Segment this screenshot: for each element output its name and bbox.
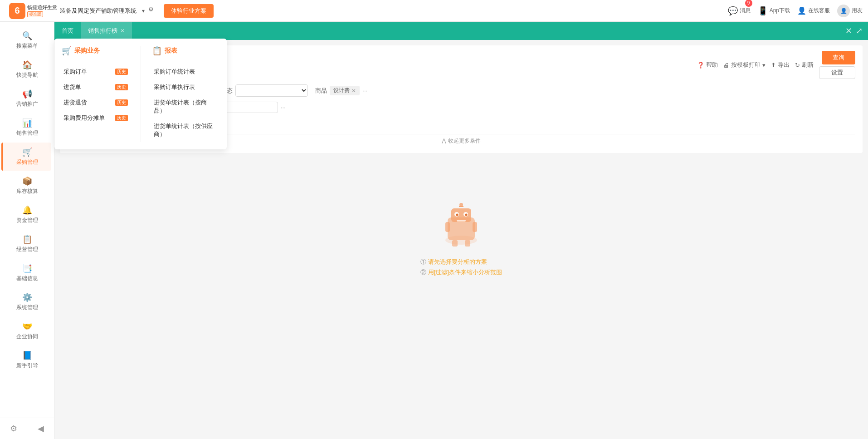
operations-icon: 📋 [22,234,32,244]
sidebar-item-finance[interactable]: 🔔 资金管理 [3,201,51,229]
logo-icon: 6 [9,3,25,19]
set-btn[interactable]: 设置 [819,66,855,79]
sidebar-item-marketing[interactable]: 📢 营销推广 [3,84,51,113]
export-btn[interactable]: ⬆ 导出 [771,61,790,69]
sidebar-item-label: 企业协同 [16,333,38,340]
sidebar-item-label: 经营管理 [16,246,38,253]
sidebar-item-base-info[interactable]: 📑 基础信息 [3,259,51,287]
system-title: 装备及固定资产辅助管理系统 [60,7,137,15]
tab-close-window-btn[interactable]: ✕ [845,26,852,36]
marketing-icon: 📢 [22,89,32,99]
purchase-business-col: 🛒 采购业务 采购订单 历史 进货单 历史 进货退货 历史 采购费用分摊单 历史 [62,46,130,142]
sidebar-item-purchase[interactable]: 🛒 采购管理 [1,143,51,171]
tab-close-btn[interactable]: ✕ [120,28,125,34]
svg-point-13 [459,203,463,207]
menu-item-purchase-order-exec[interactable]: 采购订单执行表 [152,79,220,95]
sidebar-item-search[interactable]: 🔍 搜索菜单 [3,26,51,54]
user-name: 用友 [852,7,863,15]
report-col: 📋 报表 采购订单统计表 采购订单执行表 进货单统计表（按商品） 进货单统计表（… [152,46,220,142]
search-icon: 🔍 [22,31,32,41]
purchase-dropdown-menu: 🛒 采购业务 采购订单 历史 进货单 历史 进货退货 历史 采购费用分摊单 历史… [54,39,227,149]
report-title: 📋 报表 [152,46,220,59]
print-icon: 🖨 [723,62,729,69]
sidebar-footer: ⚙ ◀ [0,418,54,439]
online-service-label: 在线客服 [808,7,830,15]
query-btn[interactable]: 查询 [822,51,855,64]
sidebar-item-guide[interactable]: 📘 新手引导 [3,346,51,374]
help-btn[interactable]: ❓ 帮助 [697,61,718,69]
sidebar-item-label: 采购管理 [16,158,38,166]
app-download-label: App下载 [770,7,790,15]
sidebar-item-label: 库存核算 [16,187,38,195]
sidebar-item-sales[interactable]: 📊 销售管理 [3,113,51,142]
system-icon: ⚙️ [22,292,32,302]
settings-icon[interactable]: ⚙ [148,6,158,16]
sidebar-item-label: 新手引导 [16,362,38,370]
top-bar-left: 6 畅捷通好生意 标准版 装备及固定资产辅助管理系统 ▾ ⚙ 体验行业方案 [5,3,728,19]
top-bar-right: 💬 9 消息 📱 App下载 👤 在线客服 👤 用友 [728,5,863,17]
sidebar-nav: 🔍 搜索菜单 🏠 快捷导航 📢 营销推广 📊 销售管理 🛒 采购管 [0,22,54,418]
goods-more-icon[interactable]: ··· [362,87,367,94]
home-icon: 🏠 [22,60,32,70]
sales-icon: 📊 [22,118,32,128]
sidebar-item-label: 快捷导航 [16,71,38,79]
empty-state: ① 请先选择要分析的方案 ② 用[过滤]条件来缩小分析范围 [60,158,863,314]
goods-tag-close[interactable]: ✕ [351,88,356,94]
sidebar-item-label: 系统管理 [16,304,38,311]
svg-point-5 [456,214,458,216]
sidebar-item-quick-nav[interactable]: 🏠 快捷导航 [3,55,51,84]
document-status-select[interactable] [235,84,308,97]
dropdown-divider [141,46,141,142]
sidebar-item-operations[interactable]: 📋 经营管理 [3,230,51,258]
industry-btn[interactable]: 体验行业方案 [164,4,214,18]
purchase-business-title: 🛒 采购业务 [62,46,130,59]
goods-label: 商品 [315,87,327,95]
goods-field: 商品 设计费 ✕ ··· [315,86,367,95]
sidebar-settings-btn[interactable]: ⚙ [10,424,17,434]
sidebar: 🔍 搜索菜单 🏠 快捷导航 📢 营销推广 📊 销售管理 🛒 采购管 [0,22,54,439]
help-icon: ❓ [697,62,704,69]
sidebar-item-label: 资金管理 [16,217,38,224]
menu-item-purchase-order[interactable]: 采购订单 历史 [62,64,130,79]
goods-tag: 设计费 ✕ [330,86,360,95]
menu-item-incoming-stats-supplier[interactable]: 进货单统计表（按供应商） [152,118,220,142]
logo-text: 畅捷通好生意 标准版 [27,4,57,18]
menu-item-incoming[interactable]: 进货单 历史 [62,79,130,95]
sidebar-item-system[interactable]: ⚙️ 系统管理 [3,288,51,316]
refresh-btn[interactable]: ↻ 刷新 [795,61,814,69]
app-download-group[interactable]: 📱 App下载 [758,6,790,16]
menu-item-purchase-order-stats[interactable]: 采购订单统计表 [152,64,220,79]
svg-rect-10 [452,240,458,247]
svg-rect-7 [457,220,466,222]
sidebar-item-label: 基础信息 [16,275,38,282]
system-dropdown-arrow[interactable]: ▾ [142,8,145,14]
history-badge-4: 历史 [115,115,128,121]
sidebar-item-label: 销售管理 [16,129,38,137]
tab-home[interactable]: 首页 [54,22,81,40]
sidebar-item-enterprise[interactable]: 🤝 企业协同 [3,317,51,345]
tab-bar-right: ✕ ⤢ [842,26,868,36]
sidebar-item-label: 搜索菜单 [16,42,38,50]
menu-item-purchase-expense[interactable]: 采购费用分摊单 历史 [62,110,130,126]
print-btn[interactable]: 🖨 按模板打印 ▾ [723,61,766,69]
user-group[interactable]: 👤 用友 [837,5,863,17]
base-info-icon: 📑 [22,263,32,273]
notification-badge: 9 [745,0,752,7]
notification-group[interactable]: 💬 9 消息 [728,6,751,16]
salesperson-more-icon[interactable]: ··· [281,104,286,111]
menu-item-return-goods[interactable]: 进货退货 历史 [62,95,130,110]
sidebar-collapse-btn[interactable]: ◀ [38,424,44,434]
svg-rect-8 [445,222,450,232]
online-service-group[interactable]: 👤 在线客服 [797,6,830,15]
history-badge-1: 历史 [115,69,128,75]
tab-sales-rank[interactable]: 销售排行榜 ✕ [81,22,132,40]
empty-state-icon [434,195,488,249]
menu-item-incoming-stats-goods[interactable]: 进货单统计表（按商品） [152,95,220,118]
print-dropdown-arrow[interactable]: ▾ [762,62,766,69]
guide-icon: 📘 [22,350,32,360]
tab-expand-btn[interactable]: ⤢ [856,26,863,36]
sidebar-item-label: 营销推广 [16,100,38,108]
user-avatar: 👤 [837,5,850,17]
sidebar-item-inventory[interactable]: 📦 库存核算 [3,172,51,200]
purchase-menu-icon: 🛒 [62,46,72,56]
